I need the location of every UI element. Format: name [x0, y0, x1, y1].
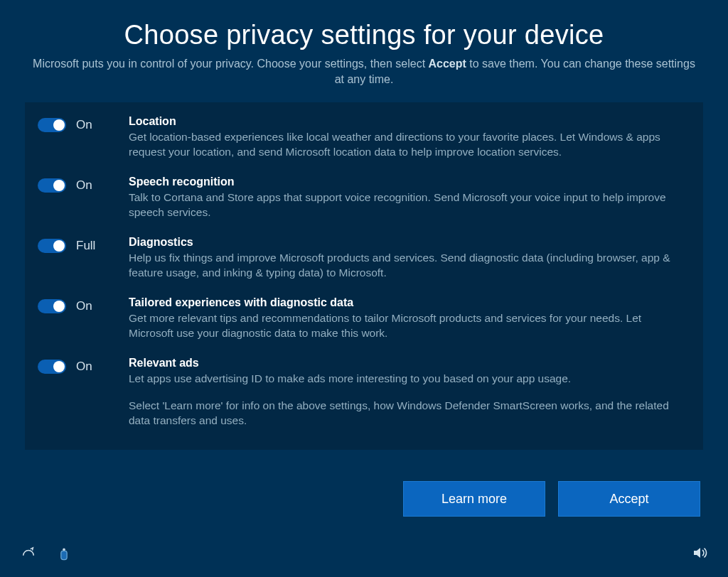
setting-title: Location [129, 115, 685, 128]
setting-description: Talk to Cortana and Store apps that supp… [129, 190, 685, 220]
footer-note: Select 'Learn more' for info on the abov… [129, 399, 685, 428]
action-buttons: Learn more Accept [25, 481, 703, 517]
setting-speech-recognition: On Speech recognition Talk to Cortana an… [38, 176, 685, 220]
page-subtitle: Microsoft puts you in control of your pr… [25, 56, 703, 87]
toggle-speech-recognition[interactable] [38, 178, 66, 193]
volume-icon[interactable] [691, 544, 708, 561]
settings-list: On Location Get location-based experienc… [25, 102, 703, 450]
ease-of-access-icon[interactable] [20, 546, 37, 563]
toggle-diagnostics[interactable] [38, 239, 66, 253]
accept-button[interactable]: Accept [558, 481, 700, 517]
setting-relevant-ads: On Relevant ads Let apps use advertising… [38, 357, 685, 429]
subtitle-strong: Accept [429, 58, 466, 70]
setting-title: Speech recognition [129, 176, 685, 188]
privacy-settings-panel: Choose privacy settings for your device … [25, 0, 703, 517]
setting-description: Get location-based experiences like loca… [129, 130, 685, 160]
toggle-relevant-ads[interactable] [38, 360, 66, 374]
subtitle-text-before: Microsoft puts you in control of your pr… [33, 58, 428, 70]
toggle-state-label: Full [76, 239, 95, 253]
setting-description: Get more relevant tips and recommendatio… [129, 311, 685, 341]
bottom-toolbar [0, 532, 728, 577]
setting-title: Tailored experiences with diagnostic dat… [129, 296, 685, 309]
setting-diagnostics: Full Diagnostics Help us fix things and … [38, 236, 685, 281]
setting-title: Relevant ads [129, 357, 685, 370]
toggle-location[interactable] [38, 118, 66, 132]
toggle-state-label: On [76, 360, 92, 374]
learn-more-button[interactable]: Learn more [403, 481, 545, 517]
svg-rect-0 [61, 551, 67, 560]
setting-title: Diagnostics [129, 236, 685, 249]
setting-tailored-experiences: On Tailored experiences with diagnostic … [38, 296, 685, 341]
accessibility-icon[interactable] [55, 546, 73, 563]
toggle-state-label: On [76, 118, 92, 132]
toggle-state-label: On [76, 178, 92, 193]
setting-description: Let apps use advertising ID to make ads … [129, 372, 685, 387]
toggle-state-label: On [76, 299, 92, 313]
svg-point-1 [63, 549, 65, 551]
setting-description: Help us fix things and improve Microsoft… [129, 251, 685, 281]
toggle-tailored-experiences[interactable] [38, 299, 66, 313]
setting-location: On Location Get location-based experienc… [38, 115, 685, 160]
page-title: Choose privacy settings for your device [25, 20, 703, 50]
